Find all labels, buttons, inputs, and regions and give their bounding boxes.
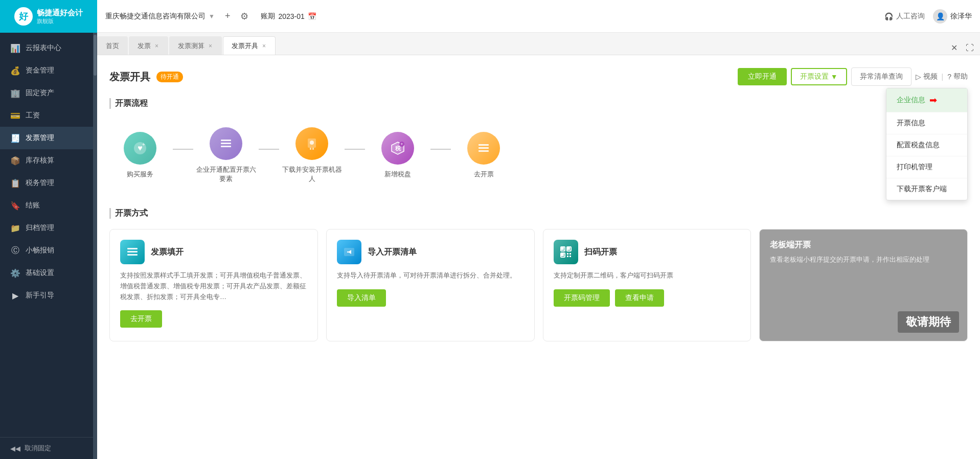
tabs-bar: 首页 发票 × 发票测算 × 发票开具 × ✕ ⛶ [97, 33, 980, 55]
settings-button[interactable]: ⚙ [238, 9, 250, 24]
consultation-button[interactable]: 🎧 人工咨询 [884, 12, 925, 21]
dropdown-item-download-client[interactable]: 下载开票客户端 [886, 178, 967, 200]
method-import-header: 导入开票清单 [337, 240, 524, 264]
question-icon: ? [947, 73, 951, 81]
svg-rect-3 [221, 140, 231, 141]
pin-icon: ◀◀ [10, 445, 20, 452]
logo-text-area: 畅捷通好会计 旗舰版 [37, 8, 83, 25]
sidebar-item-inventory[interactable]: 📦 库存核算 [0, 149, 97, 172]
svg-rect-19 [127, 254, 138, 256]
app-version: 旗舰版 [37, 17, 83, 25]
sidebar-bottom[interactable]: ◀◀ 取消固定 [0, 437, 97, 459]
settings-dropdown-label: 开票设置 [800, 72, 829, 81]
tab-invoice-calc-close[interactable]: × [208, 42, 213, 50]
settings-dropdown-button[interactable]: 开票设置 ▼ [791, 68, 847, 85]
tab-invoice-calc-label: 发票测算 [178, 41, 204, 51]
sidebar-item-cloud-reports[interactable]: 📊 云报表中心 [0, 37, 97, 59]
status-badge: 待开通 [156, 72, 183, 82]
headset-icon: 🎧 [884, 12, 893, 20]
dropdown-invoice-info-label: 开票信息 [897, 119, 925, 128]
invoice-icon: 🧾 [10, 133, 20, 143]
method-scan-title: 扫码开票 [584, 247, 617, 258]
fund-icon: 💰 [10, 65, 20, 76]
step-1-icon: ♥+ [124, 132, 156, 165]
tabs-close-button[interactable]: ✕ [949, 41, 960, 55]
svg-text:+: + [142, 142, 145, 147]
sidebar-item-label: 小畅报销 [26, 246, 54, 255]
flow-step-2: 企业开通配置开票六要素 [195, 127, 257, 183]
sidebar-item-label: 新手引导 [26, 291, 54, 300]
company-name: 重庆畅捷交通信息咨询有限公司 [105, 12, 206, 21]
method-fill-title: 发票填开 [151, 247, 184, 258]
guide-icon: ▶ [10, 290, 20, 301]
video-button[interactable]: ▷ 视频 [916, 72, 938, 81]
sidebar-item-tax[interactable]: 📋 税务管理 [0, 172, 97, 194]
sidebar-item-label: 云报表中心 [26, 43, 61, 53]
dropdown-item-printer[interactable]: 打印机管理 [886, 156, 967, 178]
svg-point-7 [310, 141, 314, 145]
help-button[interactable]: ? 帮助 [947, 72, 968, 81]
method-fill-header: 发票填开 [120, 240, 307, 264]
svg-rect-15 [478, 147, 489, 149]
tab-invoice-issue-close[interactable]: × [261, 42, 267, 50]
logo-icon: 好 [14, 7, 33, 26]
tab-home[interactable]: 首页 [97, 36, 128, 55]
sidebar-item-guide[interactable]: ▶ 新手引导 [0, 284, 97, 307]
sidebar-item-label: 税务管理 [26, 178, 54, 188]
sidebar-item-salary[interactable]: 💳 工资 [0, 104, 97, 127]
method-fill-button[interactable]: 去开票 [120, 310, 162, 328]
sidebar-item-fund[interactable]: 💰 资金管理 [0, 59, 97, 82]
flow-steps: ♥+ 购买服务 企业开通配置开票六要素 下载并安装开票机器人 [109, 119, 968, 192]
step-5-icon [467, 132, 500, 165]
sidebar-item-fixed-assets[interactable]: 🏢 固定资产 [0, 82, 97, 104]
tabs-expand-button[interactable]: ⛶ [964, 41, 976, 55]
svg-rect-18 [127, 251, 138, 253]
calendar-icon: 📅 [308, 12, 316, 20]
tab-invoice-issue[interactable]: 发票开具 × [223, 36, 276, 55]
dropdown-printer-label: 打印机管理 [897, 163, 932, 172]
method-import-button[interactable]: 导入清单 [337, 289, 386, 307]
consultation-label: 人工咨询 [896, 12, 925, 21]
app-name: 畅捷通好会计 [37, 8, 83, 17]
method-fill-icon [120, 240, 145, 264]
sidebar-item-settlement[interactable]: 🔖 结账 [0, 194, 97, 217]
sidebar-item-settings[interactable]: ⚙️ 基础设置 [0, 262, 97, 284]
period-label: 账期 [261, 12, 275, 21]
flow-step-3: 下载并安装开票机器人 [281, 127, 343, 183]
company-selector[interactable]: 重庆畅捷交通信息咨询有限公司 ▼ [105, 12, 215, 21]
divider: | [942, 73, 944, 81]
step-4-icon: 税+ [381, 132, 414, 165]
method-import-title: 导入开票清单 [368, 247, 417, 258]
method-scan-header: 扫码开票 [554, 240, 741, 264]
scroll-indicator [93, 33, 97, 459]
tab-invoice-calc[interactable]: 发票测算 × [169, 36, 222, 55]
header-right: 🎧 人工咨询 👤 徐泽华 [884, 9, 972, 24]
dropdown-item-invoice-info[interactable]: 开票信息 [886, 112, 967, 134]
settlement-icon: 🔖 [10, 200, 20, 211]
abnormal-button[interactable]: 异常清单查询 [851, 67, 911, 86]
dropdown-item-tax-config[interactable]: 配置税盘信息 [886, 134, 967, 156]
user-info[interactable]: 👤 徐泽华 [933, 9, 972, 24]
step-4-label: 新增税盘 [384, 170, 411, 179]
tab-invoice[interactable]: 发票 × [129, 36, 168, 55]
method-scan-buttons: 开票码管理 查看申请 [554, 289, 741, 307]
sidebar-item-expense[interactable]: Ⓒ 小畅报销 [0, 239, 97, 262]
tax-icon: 📋 [10, 178, 20, 188]
add-button[interactable]: + [223, 9, 233, 24]
method-scan-apply-button[interactable]: 查看申请 [615, 289, 664, 307]
archive-icon: 📁 [10, 223, 20, 233]
svg-rect-5 [221, 146, 231, 147]
tab-invoice-close[interactable]: × [154, 42, 159, 50]
sidebar-item-invoice[interactable]: 🧾 发票管理 [0, 127, 97, 149]
flow-step-1: ♥+ 购买服务 [109, 132, 171, 179]
activate-button[interactable]: 立即开通 [738, 68, 787, 85]
step-3-label: 下载并安装开票机器人 [281, 165, 343, 183]
page-actions: 立即开通 开票设置 ▼ 异常清单查询 ▷ 视频 | ? 帮助 企业信息 ➡ [738, 67, 968, 86]
sidebar-item-archive[interactable]: 📁 归档管理 [0, 217, 97, 239]
svg-rect-32 [569, 256, 571, 257]
flow-step-4: 税+ 新增税盘 [367, 132, 428, 179]
method-scan-qr-button[interactable]: 开票码管理 [554, 289, 610, 307]
scroll-thumb [94, 35, 97, 76]
page-header: 发票开具 待开通 立即开通 开票设置 ▼ 异常清单查询 ▷ 视频 | ? 帮助 … [109, 67, 968, 86]
dropdown-item-company[interactable]: 企业信息 ➡ [886, 88, 967, 112]
